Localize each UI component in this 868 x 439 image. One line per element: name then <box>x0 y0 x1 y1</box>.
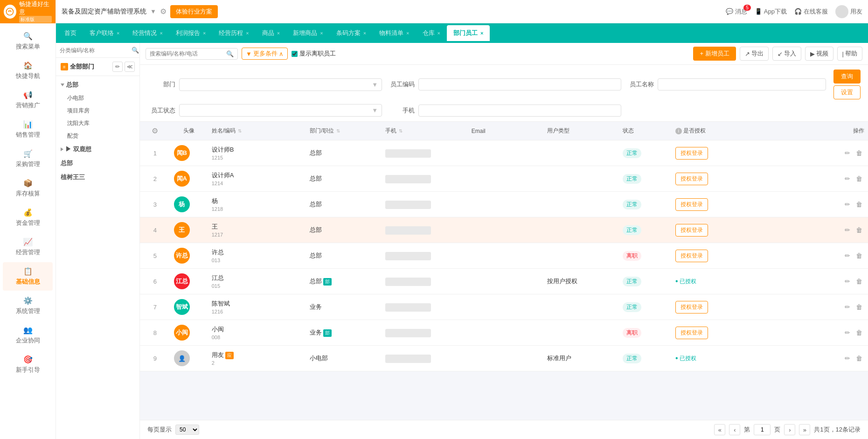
export-btn[interactable]: ↗ 导出 <box>740 47 769 61</box>
th-name[interactable]: 姓名/编码 ⇅ <box>208 122 306 140</box>
edit-btn[interactable]: ✏ <box>843 251 852 260</box>
close-tab-add-goods[interactable]: × <box>320 30 323 36</box>
close-tab-history[interactable]: × <box>246 30 249 36</box>
emp-code-input[interactable] <box>418 78 621 91</box>
tab-history[interactable]: 经营历程× <box>212 25 255 41</box>
delete-btn[interactable]: 🗑 <box>854 148 864 158</box>
sidebar-item-finance[interactable]: 💰资金管理 <box>3 203 53 232</box>
sidebar-item-sales[interactable]: 📊销售管理 <box>3 115 53 144</box>
edit-btn[interactable]: ✏ <box>843 148 852 158</box>
show-resigned-checkbox[interactable]: 显示离职员工 <box>292 49 336 58</box>
edit-btn[interactable]: ✏ <box>843 200 852 209</box>
message-btn[interactable]: 💬 消息 5 <box>726 7 747 16</box>
th-dept[interactable]: 部门/职位 ⇅ <box>306 122 382 140</box>
edit-btn[interactable]: ✏ <box>843 225 852 235</box>
tab-dept-employee[interactable]: 部门员工× <box>447 25 490 41</box>
edit-btn[interactable]: ✏ <box>843 174 852 183</box>
tab-operation[interactable]: 经营情况× <box>126 25 169 41</box>
tab-warehouse[interactable]: 仓库× <box>416 25 447 41</box>
sidebar-item-nav[interactable]: 🏠快捷导航 <box>3 56 53 85</box>
th-phone[interactable]: 手机 ⇅ <box>382 122 468 140</box>
edit-btn[interactable]: ✏ <box>843 328 852 337</box>
edit-btn[interactable]: ✏ <box>843 354 852 363</box>
auth-login-btn[interactable]: 授权登录 <box>675 198 708 211</box>
dept-child-project[interactable]: 项目库房 <box>56 105 139 117</box>
delete-btn[interactable]: 🗑 <box>854 354 864 363</box>
emp-status-select[interactable]: ▼ <box>179 104 382 117</box>
close-tab-operation[interactable]: × <box>160 30 162 36</box>
delete-btn[interactable]: 🗑 <box>854 251 864 260</box>
view-btn[interactable]: ▶ 视频 <box>805 47 833 61</box>
sidebar-item-collab[interactable]: 👥企业协同 <box>3 321 53 349</box>
close-tab-dept[interactable]: × <box>480 30 483 36</box>
delete-btn[interactable]: 🗑 <box>854 174 864 183</box>
dept-child-dispatch[interactable]: 配货 <box>56 130 139 142</box>
page-size-select[interactable]: 50 100 <box>175 425 199 435</box>
sidebar-item-marketing[interactable]: 📢营销推广 <box>3 86 53 114</box>
auth-login-btn[interactable]: 授权登录 <box>675 147 708 160</box>
sidebar-item-system[interactable]: ⚙️系统管理 <box>3 292 53 320</box>
dept-group-plant-header[interactable]: 植树王三 <box>56 170 139 184</box>
first-page-btn[interactable]: « <box>714 424 725 435</box>
auth-login-btn[interactable]: 授权登录 <box>675 327 708 339</box>
tab-goods[interactable]: 商品× <box>256 25 286 41</box>
sidebar-item-guide[interactable]: 🎯新手引导 <box>3 350 53 379</box>
dept-search-input[interactable] <box>60 47 130 54</box>
close-tab-profit[interactable]: × <box>203 30 206 36</box>
dept-group-hq-header[interactable]: 总部 <box>56 156 139 170</box>
emp-name-input[interactable] <box>658 78 826 91</box>
sidebar-item-business[interactable]: 📈经营管理 <box>3 233 53 261</box>
add-employee-btn[interactable]: + 新增员工 <box>693 47 736 61</box>
tab-home[interactable]: 首页 <box>58 25 83 41</box>
dept-select[interactable]: ▼ <box>179 78 382 91</box>
online-service-btn[interactable]: 🎧 在线客服 <box>794 7 828 16</box>
sidebar-item-search[interactable]: 🔍搜索菜单 <box>3 27 53 56</box>
last-page-btn[interactable]: » <box>799 424 810 435</box>
tab-add-goods[interactable]: 新增商品× <box>286 25 329 41</box>
edit-btn[interactable]: ✏ <box>843 302 852 312</box>
trial-button[interactable]: 体验行业方案 <box>170 5 218 18</box>
th-settings[interactable]: ⚙ <box>140 122 170 140</box>
auth-login-btn[interactable]: 授权登录 <box>675 224 708 237</box>
sidebar-item-purchase[interactable]: 🛒采购管理 <box>3 145 53 173</box>
delete-btn[interactable]: 🗑 <box>854 277 864 286</box>
search-icon[interactable]: 🔍 <box>226 50 234 57</box>
auth-login-btn[interactable]: 授权登录 <box>675 250 708 262</box>
query-btn[interactable]: 查询 <box>833 70 861 84</box>
page-input[interactable] <box>754 424 771 435</box>
dept-child-small-elec[interactable]: 小电部 <box>56 92 139 105</box>
help-btn[interactable]: | 帮助 <box>837 47 862 61</box>
prev-page-btn[interactable]: ‹ <box>729 424 740 435</box>
delete-btn[interactable]: 🗑 <box>854 302 864 312</box>
set-btn[interactable]: 设置 <box>833 85 861 99</box>
edit-btn[interactable]: ✏ <box>843 277 852 286</box>
tab-bom[interactable]: 物料清单× <box>373 25 416 41</box>
close-tab-barcode[interactable]: × <box>363 30 366 36</box>
dept-collapse-btn[interactable]: ≪ <box>125 62 135 72</box>
sidebar-item-basic[interactable]: 📋基础信息 <box>3 262 53 291</box>
import-btn[interactable]: ↙ 导入 <box>772 47 801 61</box>
search-input[interactable] <box>150 50 224 57</box>
all-dept-label[interactable]: ≡ 全部部门 <box>61 63 94 71</box>
dept-group-dual-header[interactable]: ▶ 双鹿想 <box>56 142 139 156</box>
auth-login-btn[interactable]: 授权登录 <box>675 173 708 185</box>
settings-icon[interactable]: ⚙ <box>160 7 167 16</box>
phone-input[interactable] <box>418 105 621 117</box>
delete-btn[interactable]: 🗑 <box>854 328 864 337</box>
tab-customer[interactable]: 客户联络× <box>83 25 126 41</box>
auth-login-btn[interactable]: 授权登录 <box>675 301 708 314</box>
close-tab-bom[interactable]: × <box>406 30 409 36</box>
dept-edit-btn[interactable]: ✏ <box>112 62 123 72</box>
dept-group-general-header[interactable]: 总部 <box>56 78 139 92</box>
close-tab-goods[interactable]: × <box>277 30 280 36</box>
more-filter-btn[interactable]: ▼ 更多条件 ∧ <box>242 48 288 60</box>
delete-btn[interactable]: 🗑 <box>854 200 864 209</box>
app-download-btn[interactable]: 📱 App下载 <box>755 7 787 16</box>
next-page-btn[interactable]: › <box>784 424 795 435</box>
tab-barcode[interactable]: 条码方案× <box>330 25 373 41</box>
close-tab-customer[interactable]: × <box>117 30 119 36</box>
dept-child-shenyang[interactable]: 沈阳大库 <box>56 117 139 130</box>
close-tab-warehouse[interactable]: × <box>437 30 440 36</box>
dept-search-icon[interactable]: 🔍 <box>132 47 139 54</box>
dropdown-arrow[interactable]: ▼ <box>150 8 156 15</box>
